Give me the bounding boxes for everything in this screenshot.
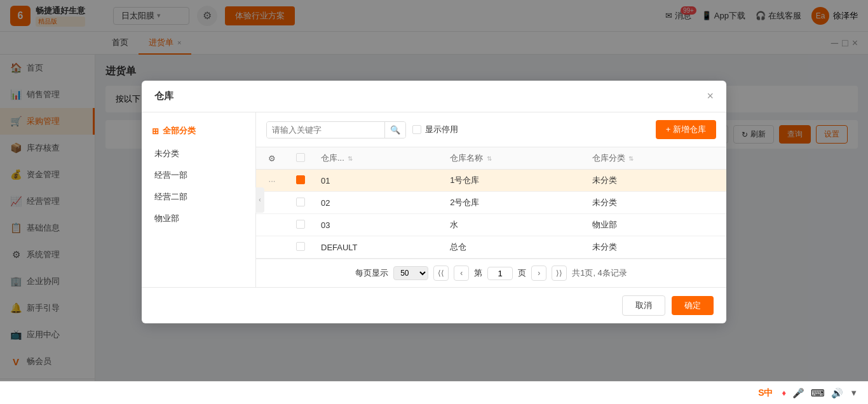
row-checkbox[interactable] [296, 242, 305, 251]
modal-title: 仓库 [154, 90, 173, 102]
row-name: 2号仓库 [442, 192, 584, 214]
show-disabled-label: 显示停用 [425, 124, 458, 135]
row-name: 水 [442, 214, 584, 236]
row-checkbox-cell[interactable] [288, 170, 313, 192]
row-checkbox-cell[interactable] [288, 192, 313, 214]
show-disabled-checkbox[interactable]: 显示停用 [412, 124, 458, 135]
modal-sidebar-all-category[interactable]: ⊞ 全部分类 [142, 120, 255, 143]
col-code: 仓库... ⇅ [313, 147, 442, 170]
header-checkbox[interactable] [296, 153, 305, 162]
grid-icon: ⊞ [152, 126, 159, 136]
more-dots-icon[interactable]: ··· [269, 176, 276, 185]
table-row[interactable]: 03 水 物业部 [256, 214, 726, 236]
table-row[interactable]: ··· 01 1号仓库 未分类 [256, 170, 726, 192]
volume-icon[interactable]: 🔊 [831, 387, 843, 399]
modal-sidebar-property[interactable]: 物业部 [142, 208, 255, 229]
sidebar-collapse-button[interactable]: ‹ [255, 187, 264, 213]
page-size-select[interactable]: 50 10 20 100 [393, 266, 428, 280]
row-checkbox[interactable] [296, 220, 305, 229]
row-checkbox-cell[interactable] [288, 236, 313, 259]
disabled-checkbox[interactable] [412, 125, 421, 134]
modal-overlay: 仓库 × ⊞ 全部分类 未分类 经营一部 经营二部 物业部 ‹ [0, 0, 868, 404]
page-info: 共1页, 4条记录 [572, 267, 627, 279]
modal-toolbar: 🔍 显示停用 + 新增仓库 [256, 112, 726, 147]
diamond-icon: ♦ [782, 388, 786, 398]
search-icon[interactable]: 🔍 [384, 122, 405, 138]
col-name: 仓库名称 ⇅ [442, 147, 584, 170]
modal-sidebar-dept2[interactable]: 经营二部 [142, 186, 255, 208]
warehouse-modal: 仓库 × ⊞ 全部分类 未分类 经营一部 经营二部 物业部 ‹ [142, 81, 726, 323]
row-more[interactable] [256, 214, 288, 236]
more-icon[interactable]: ▼ [850, 388, 858, 398]
modal-close-button[interactable]: × [707, 90, 714, 103]
row-code: 03 [313, 214, 442, 236]
add-warehouse-button[interactable]: + 新增仓库 [656, 120, 716, 139]
chevron-left-icon: ‹ [259, 196, 261, 203]
confirm-button[interactable]: 确定 [672, 296, 714, 315]
bottom-bar: S中 ♦ 🎤 ⌨ 🔊 ▼ [0, 381, 868, 404]
sort-icon-name: ⇅ [487, 155, 492, 162]
row-category: 未分类 [585, 236, 726, 259]
s-logo: S中 [758, 387, 773, 399]
keyboard-icon[interactable]: ⌨ [811, 387, 825, 399]
cancel-button[interactable]: 取消 [622, 295, 665, 316]
first-page-button[interactable]: ⟨⟨ [433, 266, 449, 281]
row-category: 未分类 [585, 192, 726, 214]
mic-icon[interactable]: 🎤 [792, 387, 804, 399]
search-input-wrap: 🔍 [266, 121, 406, 138]
table-row[interactable]: 02 2号仓库 未分类 [256, 192, 726, 214]
modal-sidebar-uncategorized[interactable]: 未分类 [142, 143, 255, 165]
warehouse-table: ⚙ 仓库... ⇅ 仓库名称 [256, 147, 726, 259]
modal-main-content: 🔍 显示停用 + 新增仓库 ⚙ [256, 112, 726, 287]
row-name: 总仓 [442, 236, 584, 259]
modal-table-wrap: ⚙ 仓库... ⇅ 仓库名称 [256, 147, 726, 259]
row-code: DEFAULT [313, 236, 442, 259]
table-row[interactable]: DEFAULT 总仓 未分类 [256, 236, 726, 259]
col-settings: ⚙ [256, 147, 288, 170]
modal-footer: 取消 确定 [142, 287, 726, 323]
page-input[interactable] [487, 267, 513, 280]
col-category: 仓库分类 ⇅ [585, 147, 726, 170]
modal-header: 仓库 × [142, 81, 726, 112]
page-size-label: 每页显示 [355, 267, 388, 279]
col-checkbox [288, 147, 313, 170]
prev-page-button[interactable]: ‹ [454, 266, 469, 281]
row-more[interactable] [256, 236, 288, 259]
modal-pagination: 每页显示 50 10 20 100 ⟨⟨ ‹ 第 页 › ⟩⟩ 共1页, 4条记… [256, 259, 726, 287]
col-gear-icon: ⚙ [268, 154, 276, 163]
modal-sidebar-dept1[interactable]: 经营一部 [142, 165, 255, 186]
last-page-button[interactable]: ⟩⟩ [552, 266, 567, 281]
row-code: 01 [313, 170, 442, 192]
sort-icon: ⇅ [348, 155, 353, 162]
row-checkbox-cell[interactable] [288, 214, 313, 236]
row-checkbox[interactable] [296, 175, 305, 184]
modal-sidebar: ⊞ 全部分类 未分类 经营一部 经营二部 物业部 ‹ [142, 112, 256, 287]
search-input[interactable] [267, 122, 384, 138]
row-code: 02 [313, 192, 442, 214]
row-checkbox[interactable] [296, 198, 305, 206]
page-unit: 页 [518, 267, 526, 279]
row-name: 1号仓库 [442, 170, 584, 192]
next-page-button[interactable]: › [531, 266, 546, 281]
modal-body: ⊞ 全部分类 未分类 经营一部 经营二部 物业部 ‹ 🔍 [142, 112, 726, 287]
page-label: 第 [474, 267, 482, 279]
row-category: 未分类 [585, 170, 726, 192]
row-category: 物业部 [585, 214, 726, 236]
sort-icon-category: ⇅ [628, 155, 634, 162]
